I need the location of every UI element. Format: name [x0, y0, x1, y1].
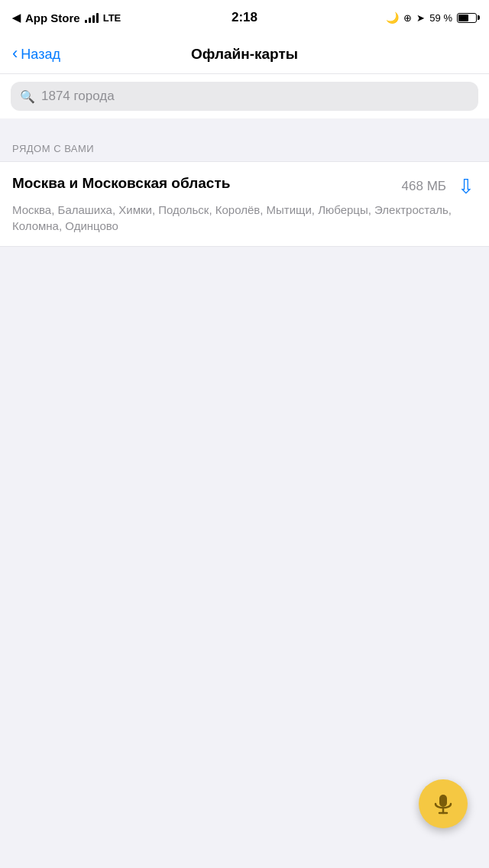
- map-list-item[interactable]: Москва и Московская область 468 МБ ⇩ Мос…: [0, 162, 489, 246]
- signal-bar-3: [92, 15, 95, 23]
- map-list-section: Москва и Московская область 468 МБ ⇩ Мос…: [0, 161, 489, 247]
- signal-bar-1: [85, 20, 87, 23]
- back-button[interactable]: ‹ Назад: [12, 47, 73, 63]
- app-store-label: App Store: [25, 11, 80, 24]
- list-item-right: 468 МБ ⇩: [402, 174, 477, 197]
- search-placeholder: 1874 города: [41, 89, 115, 104]
- nav-bar: ‹ Назад Офлайн-карты: [0, 35, 489, 74]
- signal-bar-4: [96, 13, 99, 23]
- status-bar: ◀ App Store LTE 2:18 🌙 ⊕ ➤ 59 %: [0, 0, 489, 35]
- signal-bar-2: [89, 18, 91, 23]
- nearby-section-header: РЯДОМ С ВАМИ: [0, 137, 489, 161]
- lock-icon: ⊕: [403, 12, 412, 24]
- status-left: ◀ App Store LTE: [12, 11, 121, 24]
- status-right: 🌙 ⊕ ➤ 59 %: [386, 11, 477, 24]
- back-chevron-icon: ‹: [12, 45, 18, 62]
- map-size: 468 МБ: [402, 179, 446, 194]
- battery-icon: [457, 13, 477, 23]
- download-button[interactable]: ⇩: [455, 176, 477, 197]
- search-bar[interactable]: 🔍 1874 города: [11, 82, 478, 111]
- app-store-back-icon: ◀: [12, 11, 21, 24]
- section-gap: [0, 118, 489, 137]
- download-arrow-icon: ⇩: [458, 177, 474, 196]
- mic-button[interactable]: [419, 779, 468, 828]
- moon-icon: 🌙: [386, 11, 399, 24]
- battery-fill: [458, 15, 468, 21]
- main-content: [0, 247, 489, 675]
- search-container: 🔍 1874 города: [0, 74, 489, 118]
- nav-title: Офлайн-карты: [73, 46, 416, 63]
- nearby-label: РЯДОМ С ВАМИ: [12, 143, 94, 154]
- location-icon: ➤: [416, 12, 425, 24]
- map-title: Москва и Московская область: [12, 174, 393, 193]
- back-label: Назад: [21, 47, 60, 63]
- lte-label: LTE: [103, 12, 121, 24]
- search-icon: 🔍: [20, 89, 35, 104]
- mic-icon: [432, 792, 455, 815]
- list-item-top: Москва и Московская область 468 МБ ⇩: [12, 174, 477, 197]
- signal-bars: [85, 12, 99, 23]
- battery-percent-label: 59 %: [429, 12, 452, 24]
- status-time: 2:18: [232, 10, 257, 25]
- svg-rect-0: [439, 795, 447, 807]
- map-subtitle: Москва, Балашиха, Химки, Подольск, Корол…: [12, 202, 477, 234]
